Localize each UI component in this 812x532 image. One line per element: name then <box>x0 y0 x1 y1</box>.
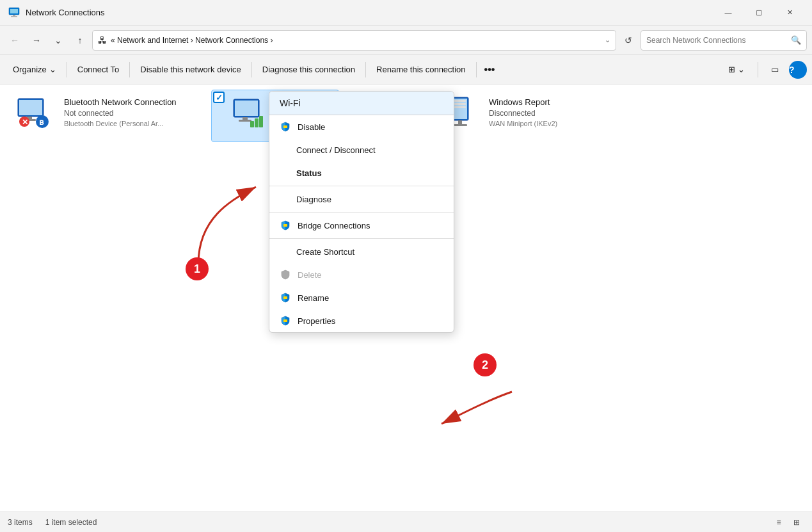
context-menu-header: Wi-Fi <box>269 92 454 115</box>
toolbar-separator-2 <box>129 62 130 77</box>
network-item-windows-report[interactable]: Windows Report Disconnected WAN Miniport… <box>435 90 627 141</box>
view-chevron-icon: ⌄ <box>738 65 745 74</box>
shield-icon-properties <box>280 315 291 326</box>
spacer-icon-diagnose <box>280 193 290 205</box>
address-box[interactable]: 🖧 « Network and Internet › Network Conne… <box>92 30 616 51</box>
toolbar-separator-3 <box>251 62 252 77</box>
svg-rect-17 <box>255 118 259 127</box>
windows-report-name: Windows Report <box>489 97 557 107</box>
spacer-icon-connect <box>280 144 290 156</box>
shield-icon-rename <box>280 292 291 303</box>
toolbar-separator-6 <box>758 62 758 77</box>
minimize-button[interactable]: — <box>713 3 743 23</box>
recent-button[interactable]: ⌄ <box>49 31 68 50</box>
context-menu-connect[interactable]: Connect / Disconnect <box>269 138 454 161</box>
grid-view-button[interactable]: ⊞ <box>789 515 804 530</box>
maximize-button[interactable]: ▢ <box>744 3 774 23</box>
more-button[interactable]: ••• <box>479 58 500 81</box>
pane-button[interactable]: ▭ <box>763 58 786 81</box>
refresh-button[interactable]: ↺ <box>619 31 638 50</box>
forward-button[interactable]: → <box>27 31 46 50</box>
spacer-icon-shortcut <box>280 246 290 257</box>
close-button[interactable]: ✕ <box>775 3 804 23</box>
context-shortcut-label: Create Shortcut <box>296 247 354 257</box>
svg-rect-15 <box>239 120 251 122</box>
svg-rect-2 <box>13 15 15 16</box>
list-view-button[interactable]: ≡ <box>771 515 786 530</box>
address-dropdown-icon[interactable]: ⌄ <box>605 36 610 44</box>
svg-text:✕: ✕ <box>22 118 28 127</box>
network-item-bluetooth[interactable]: ✕ ʙ Bluetooth Network Connection Not con… <box>10 90 189 141</box>
svg-rect-24 <box>458 120 462 124</box>
arrow-2 <box>403 360 525 443</box>
app-icon <box>8 6 20 19</box>
svg-rect-28 <box>283 296 287 299</box>
context-menu-shortcut[interactable]: Create Shortcut <box>269 240 454 263</box>
context-disable-label: Disable <box>298 122 325 132</box>
context-bridge-label: Bridge Connections <box>298 221 370 230</box>
toolbar-separator-5 <box>476 62 477 77</box>
status-bar-right: ≡ ⊞ <box>771 515 804 530</box>
search-box[interactable]: 🔍 <box>641 30 807 51</box>
svg-rect-23 <box>454 106 466 108</box>
context-menu-disable[interactable]: Disable <box>269 115 454 138</box>
svg-rect-3 <box>11 16 17 17</box>
organize-label: Organize <box>13 65 47 74</box>
context-sep-2 <box>269 212 454 213</box>
bluetooth-status: Not connected <box>64 109 177 118</box>
wifi-icon <box>231 95 272 136</box>
back-button[interactable]: ← <box>5 31 24 50</box>
toolbar-separator-1 <box>67 62 67 77</box>
svg-rect-16 <box>250 121 254 127</box>
spacer-icon-status <box>280 167 290 179</box>
help-button[interactable]: ? <box>789 61 807 79</box>
window-title: Network Connections <box>26 8 713 17</box>
rename-button[interactable]: Rename this connection <box>369 58 473 81</box>
up-button[interactable]: ↑ <box>70 31 90 50</box>
disable-button[interactable]: Disable this network device <box>132 58 249 81</box>
search-input[interactable] <box>646 36 787 45</box>
svg-rect-25 <box>453 124 467 126</box>
bluetooth-item-text: Bluetooth Network Connection Not connect… <box>64 95 177 127</box>
context-menu: Wi-Fi Disable Connect / Disconnect Statu… <box>269 91 454 333</box>
status-bar: 3 items 1 item selected ≡ ⊞ <box>0 512 812 532</box>
organize-chevron-icon: ⌄ <box>49 65 56 74</box>
svg-rect-18 <box>259 116 263 127</box>
address-pc-icon: 🖧 <box>98 35 107 45</box>
svg-rect-27 <box>283 224 287 227</box>
context-properties-label: Properties <box>298 316 335 326</box>
diagnose-button[interactable]: Diagnose this connection <box>255 58 363 81</box>
address-bar: ← → ⌄ ↑ 🖧 « Network and Internet › Netwo… <box>0 26 812 55</box>
context-status-label: Status <box>296 168 322 178</box>
context-connect-label: Connect / Disconnect <box>296 145 376 155</box>
step-1-circle: 1 <box>186 257 209 280</box>
svg-rect-21 <box>454 100 466 102</box>
context-menu-bridge[interactable]: Bridge Connections <box>269 214 454 237</box>
context-delete-label: Delete <box>298 270 322 280</box>
title-bar: Network Connections — ▢ ✕ <box>0 0 812 26</box>
context-menu-status[interactable]: Status <box>269 161 454 184</box>
windows-report-text: Windows Report Disconnected WAN Miniport… <box>489 95 557 127</box>
organize-button[interactable]: Organize ⌄ <box>5 58 64 81</box>
connect-to-button[interactable]: Connect To <box>70 58 127 81</box>
svg-rect-14 <box>243 117 248 120</box>
step-2-circle: 2 <box>474 353 497 376</box>
view-options-button[interactable]: ⊞ ⌄ <box>720 58 752 81</box>
context-menu-diagnose[interactable]: Diagnose <box>269 188 454 211</box>
bluetooth-desc: Bluetooth Device (Personal Ar... <box>64 120 177 127</box>
bluetooth-icon: ✕ ʙ <box>15 95 56 136</box>
step-1-number: 1 <box>194 262 200 276</box>
view-grid-icon: ⊞ <box>728 65 735 74</box>
context-menu-rename[interactable]: Rename <box>269 286 454 309</box>
svg-rect-1 <box>10 9 18 13</box>
windows-report-desc: WAN Miniport (IKEv2) <box>489 120 557 127</box>
wifi-checkbox[interactable]: ✓ <box>213 92 225 103</box>
svg-text:ʙ: ʙ <box>39 117 44 127</box>
context-menu-properties[interactable]: Properties <box>269 309 454 332</box>
address-path: « Network and Internet › Network Connect… <box>111 36 601 45</box>
window-controls: — ▢ ✕ <box>713 3 804 23</box>
step-2-number: 2 <box>482 359 488 372</box>
svg-rect-26 <box>283 125 287 128</box>
context-sep-1 <box>269 186 454 186</box>
context-menu-delete: Delete <box>269 263 454 286</box>
